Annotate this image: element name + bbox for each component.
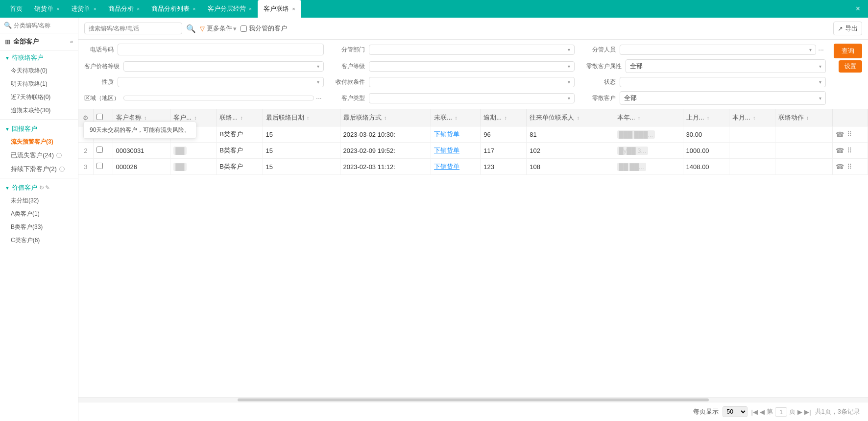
action-phone-icon[interactable]: ☎ xyxy=(836,163,844,171)
price-grade-select[interactable]: ▾ xyxy=(123,61,324,72)
this-year-sort-icon[interactable]: ↕ xyxy=(707,115,709,121)
region-select[interactable] xyxy=(123,96,314,100)
sidebar-collapse-icon[interactable]: « xyxy=(70,39,73,45)
sidebar-section-pending[interactable]: ▼ 待联络客户 xyxy=(0,50,78,64)
export-button[interactable]: ↗ 导出 xyxy=(833,22,862,35)
last-page-btn[interactable]: ▶| xyxy=(804,408,811,416)
nav-home[interactable]: 首页 xyxy=(4,0,28,18)
row-this-year: 1408.00 xyxy=(683,159,729,175)
close-sales-icon[interactable]: × xyxy=(56,6,59,12)
action-more-icon[interactable]: ⠿ xyxy=(847,147,852,154)
sidebar-item-churned[interactable]: 已流失客户(24) ⓘ xyxy=(0,149,78,162)
pending-arrow-icon: ▼ xyxy=(5,55,10,61)
nav-customer-tier[interactable]: 客户分层经营 × xyxy=(202,0,258,18)
value-refresh-icon[interactable]: ↻ xyxy=(39,184,44,191)
scrollbar-thumb[interactable] xyxy=(238,398,709,401)
sidebar-item-overdue[interactable]: 逾期未联络(30) xyxy=(0,104,78,117)
dept-label: 分管部门 xyxy=(336,46,365,54)
settings-gear-icon[interactable]: ⚙ xyxy=(83,114,89,122)
action-more-icon[interactable]: ⠿ xyxy=(847,163,852,171)
last-method-link[interactable]: 下销货单 xyxy=(434,147,459,154)
query-button[interactable]: 查询 xyxy=(834,44,862,58)
person-label: 分管人员 xyxy=(586,46,616,54)
adv-cell-dept: 分管部门 ▾ xyxy=(336,45,575,55)
person-select[interactable]: ▾ xyxy=(620,45,816,55)
last-method-sort-icon[interactable]: ↕ xyxy=(455,115,458,121)
select-all-checkbox[interactable] xyxy=(96,114,103,120)
phone-input[interactable] xyxy=(118,44,324,55)
nav-close-all[interactable]: × xyxy=(852,4,864,13)
row-last-method: 下销货单 xyxy=(431,126,481,143)
search-button[interactable]: 🔍 xyxy=(186,24,196,33)
row-checkbox[interactable] xyxy=(96,147,103,153)
sidebar-search-input[interactable] xyxy=(14,22,74,29)
sidebar-item-b-class[interactable]: B类客户(33) xyxy=(0,221,78,234)
name-sort-icon[interactable]: ↕ xyxy=(194,115,197,121)
overdue-sort-icon[interactable]: ↕ xyxy=(577,115,579,121)
first-page-btn[interactable]: |◀ xyxy=(751,408,758,416)
sidebar-item-tomorrow[interactable]: 明天待联络(1) xyxy=(0,77,78,91)
last-date-sort-icon[interactable]: ↕ xyxy=(384,115,386,121)
nav-purchase[interactable]: 进货单 × xyxy=(65,0,102,18)
sidebar-section-churn[interactable]: ▼ 回报客户 xyxy=(0,122,78,135)
type-sort-icon[interactable]: ↕ xyxy=(241,115,243,121)
sidebar-item-declining[interactable]: 持续下滑客户(2) ⓘ xyxy=(0,162,78,176)
action-phone-icon[interactable]: ☎ xyxy=(836,130,844,138)
cust-grade-select[interactable]: ▾ xyxy=(369,61,575,72)
sidebar-item-7days[interactable]: 近7天待联络(0) xyxy=(0,91,78,104)
this-month-sort-icon[interactable]: ↕ xyxy=(806,115,809,121)
person-more-btn[interactable]: ··· xyxy=(816,46,826,53)
sidebar-item-a-class[interactable]: A类客户(1) xyxy=(0,207,78,221)
nav-sales[interactable]: 销货单 × xyxy=(28,0,65,18)
nature-chevron-icon: ▾ xyxy=(317,79,319,85)
action-phone-icon[interactable]: ☎ xyxy=(836,147,844,154)
payment-select[interactable]: ▾ xyxy=(369,77,575,87)
sidebar-all-customers[interactable]: ⊞ 全部客户 « xyxy=(0,33,78,50)
sidebar-section-value[interactable]: ▼ 价值客户 ↻ ✎ xyxy=(0,180,78,194)
close-analysis-list-icon[interactable]: × xyxy=(193,6,195,12)
more-conditions-btn[interactable]: ▽ 更多条件 ▾ xyxy=(200,24,237,33)
nav-customer-contact[interactable]: 客户联络 × xyxy=(258,0,301,18)
prev-page-btn[interactable]: ◀ xyxy=(760,408,765,416)
last-month-sort-icon[interactable]: ↕ xyxy=(753,115,755,121)
sidebar-item-c-class[interactable]: C类客户(6) xyxy=(0,234,78,247)
status-select[interactable]: ▾ xyxy=(620,77,826,87)
action-more-icon[interactable]: ⠿ xyxy=(847,130,852,138)
row-contact: 15 xyxy=(263,126,340,143)
page-number[interactable]: 1 xyxy=(775,407,787,417)
close-contact-icon[interactable]: × xyxy=(292,6,295,12)
value-edit-icon[interactable]: ✎ xyxy=(45,184,50,191)
sidebar-item-ungroup[interactable]: 未分组(32) xyxy=(0,194,78,207)
nature-select[interactable]: ▾ xyxy=(118,77,324,87)
adv-settings-button[interactable]: 设置 xyxy=(839,60,862,73)
cust-type-select[interactable]: ▾ xyxy=(369,93,575,103)
retail-select[interactable]: 全部 ▾ xyxy=(620,91,826,105)
my-customers-checkbox[interactable]: 我分管的客户 xyxy=(241,24,287,33)
search-input[interactable] xyxy=(84,23,182,34)
retail-attr-select[interactable]: 全部 ▾ xyxy=(626,59,826,73)
dept-select[interactable]: ▾ xyxy=(369,45,575,55)
cust-type-chevron-icon: ▾ xyxy=(568,96,570,101)
sidebar-item-churn-warning[interactable]: 流失预警客户(3) xyxy=(0,135,78,149)
sidebar-item-today[interactable]: 今天待联络(0) xyxy=(0,64,78,77)
contact2-sort-icon[interactable]: ↕ xyxy=(638,115,640,121)
per-page-select[interactable]: 50 100 200 xyxy=(723,406,747,417)
adv-cell-person: 分管人员 ▾ ··· xyxy=(586,45,826,55)
next-page-btn[interactable]: ▶ xyxy=(797,408,802,416)
close-analysis-icon[interactable]: × xyxy=(137,6,140,12)
horizontal-scrollbar[interactable] xyxy=(78,397,868,402)
row-this-year: 30.00 xyxy=(683,126,729,143)
my-customers-input[interactable] xyxy=(241,25,247,32)
code-sort-icon[interactable]: ↕ xyxy=(144,115,146,121)
close-tier-icon[interactable]: × xyxy=(249,6,252,12)
last-method-link[interactable]: 下销货单 xyxy=(434,130,459,138)
close-purchase-icon[interactable]: × xyxy=(93,6,96,12)
not-contacted-sort-icon[interactable]: ↕ xyxy=(505,115,507,121)
row-checkbox[interactable] xyxy=(96,163,103,169)
nav-analysis[interactable]: 商品分析 × xyxy=(102,0,145,18)
region-more-btn[interactable]: ··· xyxy=(314,94,324,102)
nav-analysis-list[interactable]: 商品分析列表 × xyxy=(145,0,201,18)
row-contact2: ██ ██... xyxy=(614,159,683,175)
last-method-link[interactable]: 下销货单 xyxy=(434,163,459,170)
contact-sort-icon[interactable]: ↕ xyxy=(307,115,309,121)
